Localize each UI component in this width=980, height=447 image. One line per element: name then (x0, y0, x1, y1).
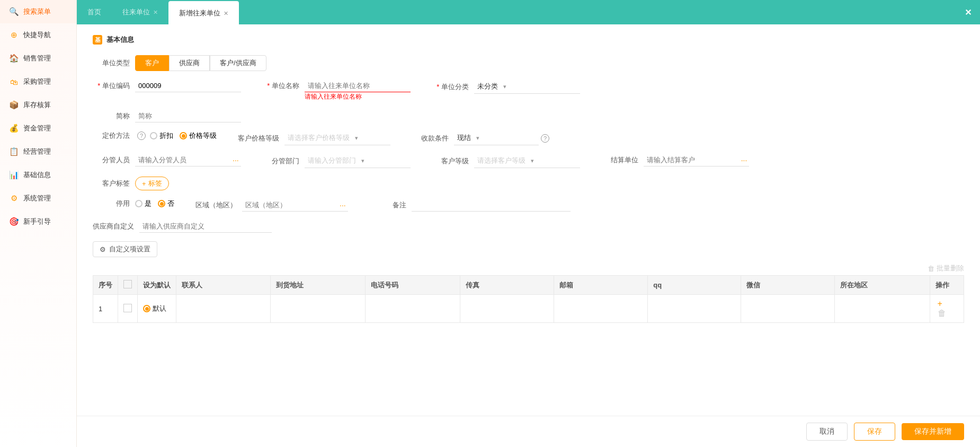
field-unit-name: 单位名称 请输入往来单位名称 (262, 80, 411, 101)
sidebar-item-label: 基础信息 (23, 170, 51, 180)
section-icon: 基 (93, 35, 102, 45)
row-wechat-input[interactable] (746, 305, 829, 313)
row-checkbox[interactable] (123, 304, 132, 312)
col-area: 所在地区 (835, 276, 930, 295)
save-button[interactable]: 保存 (854, 423, 895, 441)
row-phone[interactable] (366, 295, 460, 323)
field-disabled: 停用 是 否 (93, 199, 174, 208)
custom-settings-button[interactable]: ⚙ 自定义项设置 (93, 241, 157, 257)
row-area[interactable] (835, 295, 930, 323)
unit-code-input[interactable] (135, 80, 241, 92)
region-more-icon[interactable]: ··· (337, 201, 348, 209)
row-default-radio[interactable]: 默认 (143, 304, 171, 313)
sidebar-item-label: 资金管理 (23, 124, 51, 133)
tab-new-partner[interactable]: 新增往来单位 ✕ (168, 1, 239, 25)
unit-category-label: 单位分类 (432, 82, 474, 92)
row-email-input[interactable] (559, 305, 642, 313)
tab-partner-list[interactable]: 往来单位 ✕ (112, 0, 168, 24)
sidebar-item-sales[interactable]: 🏠 销售管理 (0, 47, 76, 70)
remarks-input[interactable] (412, 199, 571, 212)
customer-tag-label: 客户标签 (93, 179, 135, 188)
cancel-button[interactable]: 取消 (806, 423, 848, 441)
short-name-input[interactable] (135, 110, 241, 122)
row-email[interactable] (554, 295, 648, 323)
sidebar-item-search[interactable]: 🔍 搜索菜单 (0, 0, 76, 23)
row-delete-button[interactable]: 🗑 (936, 309, 948, 318)
row-wechat[interactable] (741, 295, 835, 323)
sidebar-item-quicknav[interactable]: ⊕ 快捷导航 (0, 23, 76, 47)
unit-name-error: 请输入往来单位名称 (305, 93, 362, 100)
row-action: + 🗑 (930, 295, 964, 323)
dept-chevron[interactable]: ▾ (359, 157, 367, 164)
row-contact[interactable] (176, 295, 271, 323)
sidebar-item-purchase[interactable]: 🛍 采购管理 (0, 70, 76, 93)
tab-bar-close-button[interactable]: ✕ (956, 7, 980, 17)
payment-terms-hint-icon[interactable]: ? (541, 134, 549, 143)
tab-home[interactable]: 首页 (77, 0, 112, 24)
pricing-hint-icon[interactable]: ? (137, 132, 146, 140)
radio-disabled-yes[interactable]: 是 (135, 199, 152, 208)
sidebar-item-finance[interactable]: 💰 资金管理 (0, 117, 76, 140)
unit-name-input[interactable] (305, 80, 411, 92)
payment-terms-label: 收款条件 (412, 134, 454, 143)
row-fax[interactable] (460, 295, 554, 323)
form-content: 基 基本信息 单位类型 客户 供应商 客户/供应商 单位编码 单位名称 (77, 24, 980, 416)
row-qq[interactable] (648, 295, 741, 323)
sidebar: 🔍 搜索菜单 ⊕ 快捷导航 🏠 销售管理 🛍 采购管理 📦 库存核算 💰 资金管… (0, 0, 77, 447)
row-contact-input[interactable] (182, 305, 265, 313)
row-fax-input[interactable] (466, 305, 548, 313)
row-default-label: 默认 (153, 304, 166, 313)
unit-category-chevron[interactable]: ▾ (501, 83, 509, 90)
sidebar-item-ops[interactable]: 📋 经营管理 (0, 140, 76, 163)
batch-delete-area: 🗑 批量删除 (93, 264, 964, 273)
radio-disabled-no[interactable]: 否 (158, 199, 174, 208)
row-disabled-region-remarks: 停用 是 否 区域（地区） (93, 199, 964, 212)
radio-price-level[interactable]: 价格等级 (180, 131, 217, 141)
settlement-unit-label: 结算单位 (601, 155, 644, 165)
sidebar-item-label: 销售管理 (23, 54, 51, 63)
unit-code-label: 单位编码 (93, 81, 135, 91)
add-tag-icon: + (142, 180, 146, 188)
customer-price-level-label: 客户价格等级 (238, 134, 284, 143)
col-action: 操作 (930, 276, 964, 295)
add-tag-button[interactable]: + 标签 (135, 177, 169, 190)
finance-icon: 💰 (8, 123, 19, 134)
row-area-input[interactable] (840, 305, 924, 313)
sidebar-item-guide[interactable]: 🎯 新手引导 (0, 210, 76, 233)
close-tab-new-partner-icon[interactable]: ✕ (224, 10, 228, 17)
customer-price-level-placeholder: 请选择客户价格等级 (284, 131, 353, 145)
sidebar-item-inventory[interactable]: 📦 库存核算 (0, 93, 76, 117)
supplier-custom-input[interactable] (139, 220, 272, 233)
settlement-unit-input[interactable] (644, 154, 739, 166)
settlement-unit-more-icon[interactable]: ··· (739, 156, 750, 164)
payment-terms-chevron[interactable]: ▾ (474, 135, 482, 142)
btn-customer[interactable]: 客户 (135, 55, 169, 71)
sidebar-item-label: 搜索菜单 (23, 7, 51, 16)
batch-delete-label[interactable]: 批量删除 (937, 264, 964, 273)
row-add-button[interactable]: + (936, 299, 945, 308)
manager-input[interactable] (135, 154, 230, 166)
select-all-checkbox[interactable] (123, 280, 132, 288)
row-phone-input[interactable] (371, 305, 455, 313)
sidebar-item-basic[interactable]: 📊 基础信息 (0, 163, 76, 187)
save-new-button[interactable]: 保存并新增 (902, 423, 964, 440)
btn-both[interactable]: 客户/供应商 (210, 55, 266, 71)
row-address[interactable] (271, 295, 366, 323)
region-input[interactable] (242, 199, 337, 211)
field-region: 区域（地区） ··· (195, 199, 348, 212)
sidebar-item-sys[interactable]: ⚙ 系统管理 (0, 187, 76, 210)
row-address-input[interactable] (276, 305, 360, 313)
form-footer: 取消 保存 保存并新增 (77, 416, 980, 447)
customer-price-level-chevron[interactable]: ▾ (353, 135, 360, 142)
manager-more-icon[interactable]: ··· (230, 156, 241, 164)
btn-supplier[interactable]: 供应商 (169, 55, 210, 71)
close-tab-partner-icon[interactable]: ✕ (153, 9, 158, 16)
customer-level-placeholder: 请选择客户等级 (474, 154, 529, 168)
col-default: 设为默认 (138, 276, 176, 295)
field-customer-price-level: 客户价格等级 请选择客户价格等级 ▾ (238, 131, 390, 145)
sales-icon: 🏠 (8, 53, 19, 64)
row-qq-input[interactable] (653, 305, 735, 313)
radio-discount[interactable]: 折扣 (150, 131, 173, 141)
table-row: 1 默认 (93, 295, 964, 323)
customer-level-chevron[interactable]: ▾ (529, 157, 536, 164)
